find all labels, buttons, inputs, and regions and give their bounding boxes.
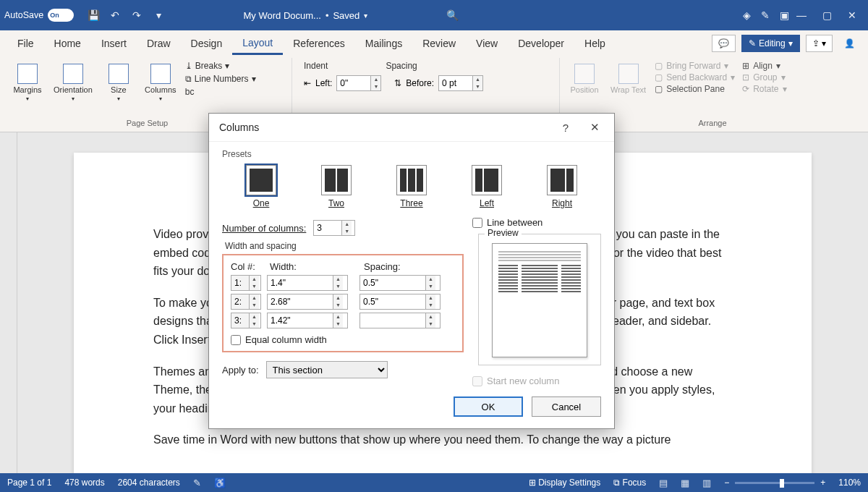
menu-mailings[interactable]: Mailings <box>355 33 412 54</box>
menu-insert[interactable]: Insert <box>91 33 137 54</box>
selection-pane-button[interactable]: ▢ Selection Pane <box>655 84 735 94</box>
spacing-before-input[interactable]: ▲▼ <box>438 75 483 91</box>
apply-to-select[interactable]: This section <box>266 361 388 378</box>
account-icon[interactable]: 👤 <box>838 35 861 51</box>
orientation-button[interactable]: Orientation▾ <box>49 59 97 117</box>
cancel-button[interactable]: Cancel <box>532 396 601 417</box>
pen-icon[interactable]: ✎ <box>759 9 772 22</box>
close-icon[interactable]: ✕ <box>848 9 856 21</box>
window-icon[interactable]: ▣ <box>778 9 791 22</box>
spellcheck-icon[interactable]: ✎ <box>193 478 201 488</box>
help-icon[interactable]: ? <box>558 122 573 134</box>
undo-icon[interactable]: ↶ <box>109 9 122 22</box>
preset-right[interactable]: Right <box>547 165 577 208</box>
editing-mode-button[interactable]: ✎ Editing ▾ <box>741 35 800 52</box>
menu-file[interactable]: File <box>7 33 44 54</box>
presets-label: Presets <box>222 149 601 159</box>
menu-view[interactable]: View <box>466 33 508 54</box>
menu-help[interactable]: Help <box>574 33 616 54</box>
dialog-title: Columns <box>219 122 558 133</box>
breaks-button[interactable]: ⤓ Breaks ▾ <box>185 61 256 71</box>
line-between-checkbox[interactable]: Line between <box>472 217 601 228</box>
col1-num[interactable]: ▲▼ <box>231 275 261 291</box>
hyphenation-button[interactable]: bc <box>185 87 256 97</box>
save-icon[interactable]: 💾 <box>87 9 100 22</box>
preset-three[interactable]: Three <box>396 165 427 208</box>
menu-review[interactable]: Review <box>412 33 466 54</box>
col1-spacing[interactable]: ▲▼ <box>359 275 441 291</box>
vertical-ruler[interactable] <box>0 132 17 473</box>
wrap-text-button[interactable]: Wrap Text <box>606 59 650 117</box>
preset-left[interactable]: Left <box>472 165 502 208</box>
group-button[interactable]: ⊡ Group ▾ <box>742 72 786 82</box>
autosave-on: On <box>50 12 59 19</box>
print-layout-icon[interactable]: ▦ <box>681 478 689 488</box>
position-button[interactable]: Position <box>564 59 605 117</box>
width-header: Width: <box>270 261 364 272</box>
col3-num[interactable]: ▲▼ <box>231 313 261 328</box>
autosave-label: AutoSave <box>4 10 43 20</box>
bring-forward-button[interactable]: ▢ Bring Forward ▾ <box>655 61 735 71</box>
maximize-icon[interactable]: ▢ <box>822 9 832 21</box>
word-count[interactable]: 478 words <box>64 478 104 488</box>
share-button[interactable]: ⇪ ▾ <box>806 35 833 52</box>
focus-mode[interactable]: ⧉ Focus <box>613 478 646 488</box>
indent-left-input[interactable]: ▲▼ <box>336 75 381 91</box>
start-new-column-checkbox: Start new column <box>472 376 601 386</box>
size-button[interactable]: Size▾ <box>98 59 139 117</box>
doc-name: My Word Docum... <box>244 10 321 21</box>
menu-layout[interactable]: Layout <box>232 33 283 55</box>
read-mode-icon[interactable]: ▤ <box>659 478 668 488</box>
menu-home[interactable]: Home <box>44 33 91 54</box>
web-layout-icon[interactable]: ▥ <box>702 478 711 488</box>
col2-width[interactable]: ▲▼ <box>267 294 348 310</box>
line-numbers-button[interactable]: ⧉ Line Numbers ▾ <box>185 74 256 84</box>
col2-num[interactable]: ▲▼ <box>231 294 261 310</box>
align-button[interactable]: ⊞ Align ▾ <box>742 61 786 71</box>
spacing-label: Spacing <box>386 61 417 71</box>
preset-two[interactable]: Two <box>321 165 352 208</box>
menu-design[interactable]: Design <box>181 33 233 54</box>
menu-bar: File Home Insert Draw Design Layout Refe… <box>0 30 868 56</box>
redo-icon[interactable]: ↷ <box>130 9 143 22</box>
zoom-level[interactable]: 110% <box>838 478 861 488</box>
page-count[interactable]: Page 1 of 1 <box>7 478 51 488</box>
display-settings[interactable]: ⊞ Display Settings <box>529 478 600 488</box>
apply-to-label: Apply to: <box>222 365 259 376</box>
rotate-button[interactable]: ⟳ Rotate ▾ <box>742 84 786 94</box>
equal-width-checkbox[interactable]: Equal column width <box>231 334 455 345</box>
autosave-toggle[interactable]: AutoSave On <box>4 9 74 22</box>
ok-button[interactable]: OK <box>454 396 523 417</box>
indent-label: Indent <box>304 61 328 71</box>
preview-thumbnail <box>492 243 587 357</box>
minimize-icon[interactable]: — <box>796 9 807 21</box>
columns-button[interactable]: Columns▾ <box>140 59 181 117</box>
margins-button[interactable]: Margins▾ <box>7 59 48 117</box>
char-count[interactable]: 2604 characters <box>118 478 180 488</box>
accessibility-icon[interactable]: ♿ <box>214 478 226 488</box>
comments-button[interactable]: 💬 <box>712 35 736 52</box>
zoom-slider[interactable]: −+ <box>724 478 825 488</box>
document-title[interactable]: My Word Docum... • Saved ▾ <box>171 10 440 21</box>
send-backward-button[interactable]: ▢ Send Backward ▾ <box>655 72 735 82</box>
width-spacing-label: Width and spacing <box>222 241 299 251</box>
menu-developer[interactable]: Developer <box>508 33 574 54</box>
menu-draw[interactable]: Draw <box>137 33 181 54</box>
col3-width[interactable]: ▲▼ <box>267 313 348 328</box>
num-columns-label: Number of columns: <box>222 223 306 234</box>
col3-spacing[interactable]: ▲▼ <box>359 313 441 328</box>
preset-one[interactable]: One <box>246 165 276 208</box>
dialog-close-icon[interactable]: ✕ <box>586 121 604 134</box>
search-icon[interactable]: 🔍 <box>446 9 459 22</box>
width-spacing-group: Col #: Width: Spacing: ▲▼ ▲▼ ▲▼ ▲▼ ▲▼ <box>222 254 464 352</box>
col-num-header: Col #: <box>231 261 270 272</box>
col2-spacing[interactable]: ▲▼ <box>359 294 441 310</box>
qat-dropdown-icon[interactable]: ▾ <box>152 9 165 22</box>
columns-dialog: Columns ? ✕ Presets One Two Three Left R… <box>208 113 615 429</box>
col1-width[interactable]: ▲▼ <box>267 275 348 291</box>
diamond-icon[interactable]: ◈ <box>740 9 753 22</box>
num-columns-input[interactable]: ▲▼ <box>313 220 355 236</box>
preview-group: Preview <box>478 234 601 365</box>
menu-references[interactable]: References <box>283 33 355 54</box>
chevron-down-icon: ▾ <box>364 12 367 20</box>
